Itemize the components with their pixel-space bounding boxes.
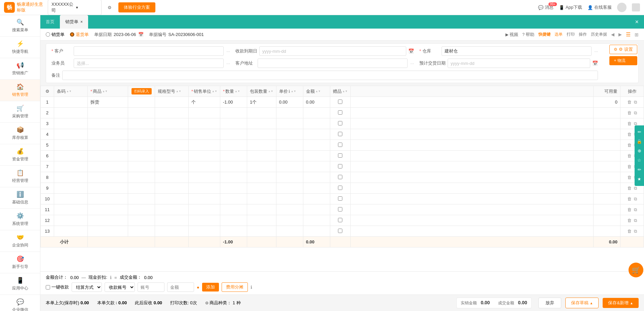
row-copy-icon[interactable]: ⧉ bbox=[634, 207, 637, 212]
next-icon[interactable]: ▶ bbox=[618, 32, 622, 37]
customer-input[interactable] bbox=[74, 46, 224, 56]
row-spec[interactable] bbox=[155, 118, 189, 129]
row-spec[interactable] bbox=[155, 97, 189, 108]
sidebar-item-collab[interactable]: 🤝 企业协同 bbox=[0, 230, 40, 252]
row-gift[interactable] bbox=[330, 151, 350, 161]
row-gift[interactable] bbox=[330, 97, 350, 108]
row-delete-icon[interactable]: 🗑 bbox=[627, 132, 632, 137]
row-gift[interactable] bbox=[330, 172, 350, 183]
add-more-icon[interactable]: ● bbox=[197, 285, 199, 290]
close-window-icon[interactable]: × bbox=[635, 18, 639, 26]
warehouse-more-icon[interactable]: ··· bbox=[594, 49, 598, 54]
row-delete-icon[interactable]: 🗑 bbox=[627, 143, 632, 148]
row-barcode[interactable] bbox=[54, 151, 88, 161]
company-selector[interactable]: XXXXXX公司 ▼ bbox=[48, 0, 102, 15]
right-panel-item-1[interactable]: ✏ bbox=[635, 128, 643, 136]
cumulative-owed-info[interactable]: ℹ bbox=[116, 301, 117, 305]
row-copy-icon[interactable]: ⧉ bbox=[634, 218, 637, 223]
save-new-chevron[interactable]: ▲ bbox=[630, 301, 633, 305]
row-spec[interactable] bbox=[155, 108, 189, 118]
row-barcode[interactable] bbox=[54, 161, 88, 172]
operation-btn[interactable]: 操作 bbox=[579, 32, 587, 37]
bottom-float-button[interactable]: 🛒 bbox=[629, 263, 643, 277]
history-btn[interactable]: 历史单据 bbox=[591, 32, 607, 37]
table-container[interactable]: ⚙ 条码▲▼ *商品▲▼ 扫码录入 规格型号▲▼ *销售单位▲▼ bbox=[40, 86, 644, 271]
row-spec[interactable] bbox=[155, 204, 189, 215]
sidebar-item-basicinfo[interactable]: ℹ️ 基础信息 bbox=[0, 187, 40, 209]
row-copy-icon[interactable]: ⧉ bbox=[634, 196, 637, 201]
expense-info-icon[interactable]: ℹ bbox=[251, 285, 252, 290]
row-barcode[interactable] bbox=[54, 226, 88, 237]
row-spec[interactable] bbox=[155, 215, 189, 226]
row-gift[interactable] bbox=[330, 108, 350, 118]
sidebar-item-purchase[interactable]: 🛒 采购管理 bbox=[0, 101, 40, 123]
user-menu-icon[interactable] bbox=[632, 3, 640, 11]
scan-btn[interactable]: 扫码录入 bbox=[131, 88, 152, 94]
one-click-payment[interactable]: 一键收款 bbox=[46, 284, 69, 290]
row-copy-icon[interactable]: ⧉ bbox=[634, 100, 637, 105]
expected-date-input[interactable] bbox=[448, 59, 590, 68]
right-panel-item-3[interactable]: ⊕ bbox=[635, 147, 643, 155]
row-spec[interactable] bbox=[155, 140, 189, 151]
trial-button[interactable]: 体验行业方案 bbox=[118, 2, 155, 12]
row-gift[interactable] bbox=[330, 194, 350, 204]
row-delete-icon[interactable]: 🗑 bbox=[627, 218, 632, 223]
row-delete-icon[interactable]: 🗑 bbox=[627, 196, 632, 201]
sidebar-item-sales[interactable]: 🏠 销售管理 bbox=[0, 80, 40, 101]
online-service-item[interactable]: 👤 在线客服 bbox=[588, 4, 612, 10]
sidebar-item-appcenter[interactable]: 📱 应用中心 bbox=[0, 273, 40, 295]
row-delete-icon[interactable]: 🗑 bbox=[627, 100, 632, 105]
remark-input[interactable] bbox=[62, 71, 598, 80]
salesperson-more-icon[interactable]: ··· bbox=[226, 61, 230, 66]
prev-icon[interactable]: ◀ bbox=[611, 32, 614, 37]
row-gift[interactable] bbox=[330, 140, 350, 151]
row-delete-icon[interactable]: 🗑 bbox=[627, 110, 632, 115]
discard-button[interactable]: 放弃 bbox=[538, 298, 561, 308]
row-barcode[interactable] bbox=[54, 129, 88, 140]
payment-due-input[interactable] bbox=[259, 46, 406, 56]
logistics-action-btn[interactable]: + 物流 bbox=[609, 56, 637, 65]
warehouse-input[interactable] bbox=[442, 46, 592, 56]
row-gift[interactable] bbox=[330, 183, 350, 194]
right-panel-item-6[interactable]: ★ bbox=[635, 175, 643, 183]
row-barcode[interactable] bbox=[54, 183, 88, 194]
one-click-checkbox[interactable] bbox=[46, 285, 50, 289]
right-panel-item-5[interactable]: ✏ bbox=[635, 166, 643, 174]
save-new-button[interactable]: 保存&新增 ▲ bbox=[603, 298, 639, 308]
row-delete-icon[interactable]: 🗑 bbox=[627, 121, 632, 126]
sidebar-item-inventory[interactable]: 📦 库存核算 bbox=[0, 123, 40, 144]
row-barcode[interactable] bbox=[54, 172, 88, 183]
row-barcode[interactable] bbox=[54, 194, 88, 204]
sidebar-item-wechat[interactable]: 💬 企业微信 bbox=[0, 295, 40, 311]
row-spec[interactable] bbox=[155, 151, 189, 161]
row-copy-icon[interactable]: ⧉ bbox=[634, 110, 637, 115]
sidebar-item-marketing[interactable]: 📢 营销推广 bbox=[0, 58, 40, 80]
row-gift[interactable] bbox=[330, 118, 350, 129]
row-barcode[interactable] bbox=[54, 118, 88, 129]
print-btn[interactable]: 打印 bbox=[567, 32, 575, 37]
row-copy-icon[interactable]: ⧉ bbox=[634, 229, 637, 234]
add-button[interactable]: 添加 bbox=[202, 283, 219, 291]
avatar[interactable] bbox=[617, 3, 627, 12]
sidebar-item-search[interactable]: 🔍 搜索菜单 bbox=[0, 15, 40, 37]
message-item[interactable]: 💬 消息 99+ bbox=[538, 4, 554, 10]
row-barcode[interactable] bbox=[54, 215, 88, 226]
row-spec[interactable] bbox=[155, 183, 189, 194]
sidebar-item-guide[interactable]: 🎯 新手引导 bbox=[0, 252, 40, 273]
row-delete-icon[interactable]: 🗑 bbox=[627, 153, 632, 158]
payment-due-calendar-icon[interactable]: 📅 bbox=[408, 48, 414, 54]
row-gift[interactable] bbox=[330, 129, 350, 140]
app-download-item[interactable]: 📱 App下载 bbox=[559, 4, 582, 10]
sidebar-item-finance[interactable]: 💰 资金管理 bbox=[0, 144, 40, 166]
customer-addr-more-icon[interactable]: ··· bbox=[410, 61, 414, 66]
row-spec[interactable] bbox=[155, 161, 189, 172]
sidebar-item-quicknav[interactable]: ⚡ 快捷导航 bbox=[0, 37, 40, 58]
row-gift[interactable] bbox=[330, 204, 350, 215]
sidebar-item-operation[interactable]: 📋 经营管理 bbox=[0, 166, 40, 187]
row-gift[interactable] bbox=[330, 226, 350, 237]
radio-sales-order[interactable]: 销货单 bbox=[46, 32, 65, 38]
row-delete-icon[interactable]: 🗑 bbox=[627, 175, 632, 180]
account-select[interactable]: 收款账号 bbox=[105, 282, 135, 292]
select-btn[interactable]: 选单 bbox=[555, 32, 563, 37]
right-panel-item-4[interactable]: ☆ bbox=[635, 156, 643, 164]
